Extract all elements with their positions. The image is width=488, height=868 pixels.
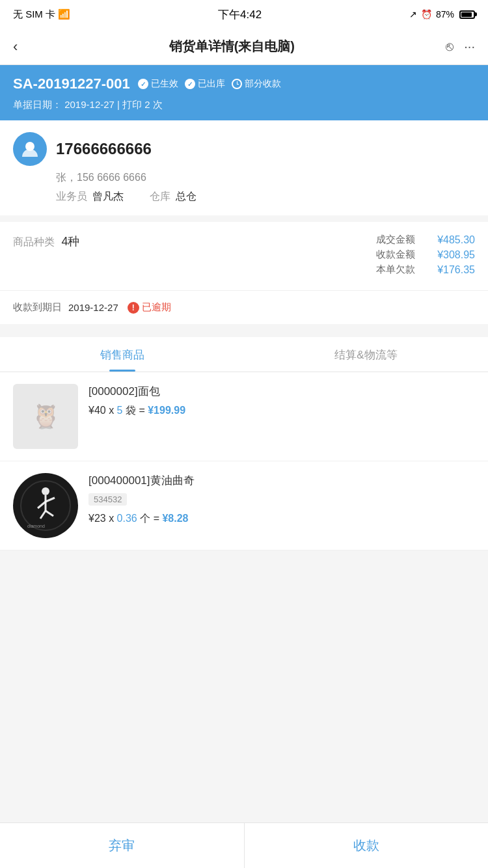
placeholder-owl-icon: 🦉 [31,403,61,430]
nav-bar: ‹ 销货单详情(来自电脑) ⎋ ··· [0,29,488,65]
deal-amount-row: 成交金额 ¥485.30 [376,234,475,246]
back-button[interactable]: ‹ [13,38,18,55]
debt-amount-row: 本单欠款 ¥176.35 [376,264,475,276]
divider-1 [0,215,488,222]
status-badge-partial: 部分收款 [232,78,281,90]
status-badge-effective: ✓ 已生效 [138,78,178,90]
carrier-wifi: 无 SIM 卡 📶 [13,8,70,21]
due-date-section: 收款到期日 2019-12-27 ! 已逾期 [0,290,488,324]
product-thumb-1: 🦉 [13,384,78,449]
product-info-1: [0000002]面包 ¥40 x 5 袋 = ¥199.99 [88,384,475,418]
svg-text:diamond: diamond [27,524,45,528]
svg-point-2 [42,487,49,495]
bottom-bar: 弃审 收款 [0,822,488,868]
product-price-row-2: ¥23 x 0.36 个 = ¥8.28 [88,512,475,526]
more-icon[interactable]: ··· [464,39,475,54]
status-icons: ↗ ⏰ 87% [409,9,475,20]
product-list: 🦉 [0000002]面包 ¥40 x 5 袋 = ¥199.99 [0,372,488,550]
clock-icon [232,79,242,89]
list-item: 🦉 [0000002]面包 ¥40 x 5 袋 = ¥199.99 [0,372,488,461]
customer-section: 17666666666 张，156 6666 6666 业务员 曾凡杰 仓库 总… [0,120,488,215]
tabs-section: 销售商品 结算&物流等 [0,337,488,372]
divider-2 [0,324,488,331]
tab-settlement[interactable]: 结算&物流等 [244,337,488,372]
product-info-2: [000400001]黄油曲奇 534532 ¥23 x 0.36 个 = ¥8… [88,473,475,526]
product-name-1: [0000002]面包 [88,384,475,399]
avatar [13,132,47,166]
customer-phone: 17666666666 [56,140,152,158]
battery-icon [459,10,475,19]
list-item: diamond [000400001]黄油曲奇 534532 ¥23 x 0.3… [0,461,488,550]
product-name-2: [000400001]黄油曲奇 [88,473,475,488]
status-badge-shipped: ✓ 已出库 [185,78,225,90]
status-time: 下午4:42 [218,7,262,22]
location-icon: ↗ [409,9,417,20]
received-amount-row: 收款金额 ¥308.95 [376,249,475,261]
product-tag-2: 534532 [88,493,127,506]
overdue-badge: ! 已逾期 [128,301,171,314]
salesperson-meta: 业务员 曾凡杰 [56,190,124,204]
nav-title: 销货单详情(来自电脑) [169,38,295,55]
customer-meta: 业务员 曾凡杰 仓库 总仓 [56,190,475,204]
customer-row: 17666666666 [13,132,475,166]
battery-percent: 87% [436,9,454,20]
tabs-row: 销售商品 结算&物流等 [0,337,488,372]
nav-right-icons: ⎋ ··· [446,39,475,54]
status-badges: ✓ 已生效 ✓ 已出库 部分收款 [138,78,281,90]
overdue-icon: ! [128,302,139,314]
check-icon-2: ✓ [185,79,195,89]
stats-right: 成交金额 ¥485.30 收款金额 ¥308.95 本单欠款 ¥176.35 [376,234,475,278]
product-price-row-1: ¥40 x 5 袋 = ¥199.99 [88,404,475,418]
stats-section: 商品种类 4种 成交金额 ¥485.30 收款金额 ¥308.95 本单欠款 ¥… [0,222,488,290]
alarm-icon: ⏰ [421,9,432,20]
collect-payment-button[interactable]: 收款 [245,823,489,868]
tab-sales-products[interactable]: 销售商品 [0,337,244,372]
abandon-review-button[interactable]: 弃审 [0,823,245,868]
product-thumb-2: diamond [13,473,78,538]
stats-left: 商品种类 4种 [13,234,79,249]
order-id: SA-20191227-001 [13,75,130,92]
order-header-banner: SA-20191227-001 ✓ 已生效 ✓ 已出库 部分收款 单据日期： 2… [0,65,488,120]
order-date-row: 单据日期： 2019-12-27 | 打印 2 次 [13,99,475,111]
warehouse-meta: 仓库 总仓 [150,190,197,204]
share-icon[interactable]: ⎋ [446,39,454,54]
customer-name-phone: 张，156 6666 6666 [56,171,475,185]
check-icon-1: ✓ [138,79,148,89]
status-bar: 无 SIM 卡 📶 下午4:42 ↗ ⏰ 87% [0,0,488,29]
